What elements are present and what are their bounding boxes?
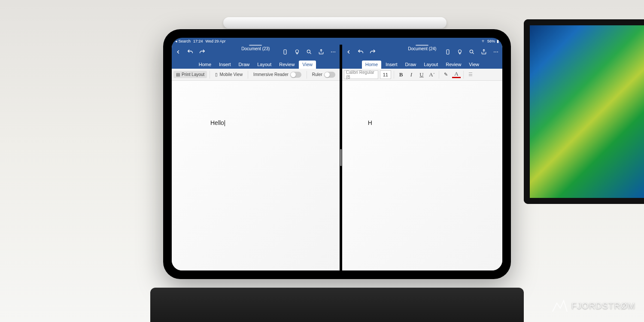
mobile-view-icon[interactable] <box>444 48 452 56</box>
svg-point-5 <box>470 50 473 53</box>
search-icon[interactable] <box>468 48 476 56</box>
ipad-keyboard-case <box>150 288 524 322</box>
wifi-icon: ᯤ <box>482 39 486 43</box>
home-toolbar: Calibri Regular (B 11 B I U A˅ ✎ A ☰ <box>342 69 502 81</box>
highlighter-icon: ✎ <box>444 72 448 77</box>
svg-point-1 <box>307 50 310 53</box>
highlight-button[interactable]: ✎ <box>442 70 450 79</box>
word-app-left: Document (23) ⋯ Home <box>172 45 340 270</box>
share-icon[interactable] <box>317 48 325 56</box>
tab-view[interactable]: View <box>299 61 316 69</box>
undo-button[interactable] <box>357 48 365 56</box>
document-text-left: Hello <box>210 119 225 126</box>
document-canvas-left[interactable]: Hello <box>172 81 340 270</box>
font-size-selector[interactable]: 11 <box>380 70 391 79</box>
font-color-button[interactable]: A <box>452 71 461 78</box>
split-view: Document (23) ⋯ Home <box>172 45 502 270</box>
split-view-divider[interactable] <box>340 45 342 270</box>
italic-button[interactable]: I <box>407 70 416 79</box>
list-icon: ☰ <box>468 72 473 77</box>
back-button[interactable] <box>174 48 182 56</box>
more-icon[interactable]: ⋯ <box>492 48 500 56</box>
tab-draw[interactable]: Draw <box>235 61 253 69</box>
ruler-button[interactable]: Ruler <box>310 70 338 79</box>
svg-line-6 <box>472 52 474 54</box>
tab-home[interactable]: Home <box>362 61 381 69</box>
immersive-toggle[interactable] <box>290 72 301 78</box>
view-toolbar: ▤ Print Layout ▯ Mobile View Immersive R… <box>172 69 340 81</box>
tab-insert[interactable]: Insert <box>382 61 401 69</box>
mobile-view-icon[interactable] <box>281 48 289 56</box>
titlebar-left: Document (23) ⋯ <box>172 45 340 59</box>
ipad-screen: ◂ Search 17:24 Wed 29 Apr ᯤ 56% ▮ Docume… <box>172 38 502 270</box>
immersive-reader-button[interactable]: Immersive Reader <box>251 70 304 79</box>
lightbulb-icon[interactable] <box>456 48 464 56</box>
watermark: FJORDSTRØM <box>551 297 635 314</box>
bold-button[interactable]: B <box>397 70 405 79</box>
svg-rect-4 <box>447 50 449 55</box>
status-time: 17:24 <box>193 39 203 43</box>
ribbon-tabs-right: Home Insert Draw Layout Review View <box>342 59 502 69</box>
bullets-button[interactable]: ☰ <box>466 70 475 79</box>
svg-line-2 <box>310 52 311 54</box>
second-monitor <box>524 19 644 204</box>
document-canvas-right[interactable]: H <box>342 81 502 270</box>
underline-button[interactable]: U <box>417 70 426 79</box>
back-button[interactable] <box>345 48 352 56</box>
font-name-selector[interactable]: Calibri Regular (B <box>344 70 378 79</box>
phone-icon: ▯ <box>215 72 218 77</box>
ruler-label: Ruler <box>312 72 322 77</box>
immersive-reader-label: Immersive Reader <box>253 72 289 77</box>
battery-icon: ▮ <box>497 39 499 43</box>
tab-draw[interactable]: Draw <box>402 61 420 69</box>
font-format-button[interactable]: A˅ <box>428 70 436 79</box>
back-to-app[interactable]: ◂ Search <box>175 39 191 43</box>
ruler-toggle[interactable] <box>324 72 335 78</box>
page-icon: ▤ <box>176 72 180 77</box>
search-icon[interactable] <box>305 48 313 56</box>
status-battery: 56% <box>487 39 495 43</box>
tab-insert[interactable]: Insert <box>216 61 234 69</box>
status-date: Wed 29 Apr <box>206 39 226 43</box>
tab-review[interactable]: Review <box>276 61 298 69</box>
tab-layout[interactable]: Layout <box>420 61 441 69</box>
tab-review[interactable]: Review <box>442 61 465 69</box>
document-text-right: H <box>368 119 372 126</box>
undo-button[interactable] <box>186 48 194 56</box>
multitask-grabber-icon[interactable] <box>416 45 428 46</box>
tab-layout[interactable]: Layout <box>254 61 275 69</box>
mobile-view-label: Mobile View <box>219 72 243 77</box>
multitask-grabber-icon[interactable] <box>249 45 262 46</box>
more-icon[interactable]: ⋯ <box>329 48 337 56</box>
mobile-view-button[interactable]: ▯ Mobile View <box>213 71 245 78</box>
tab-view[interactable]: View <box>465 61 483 69</box>
redo-button[interactable] <box>369 48 377 56</box>
print-layout-button[interactable]: ▤ Print Layout <box>173 71 207 78</box>
redo-button[interactable] <box>198 48 206 56</box>
share-icon[interactable] <box>480 48 488 56</box>
tab-home[interactable]: Home <box>195 61 215 69</box>
word-app-right: Document (24) ⋯ Home <box>342 45 502 270</box>
lightbulb-icon[interactable] <box>293 48 301 56</box>
svg-rect-0 <box>284 50 286 55</box>
ipad-frame: ◂ Search 17:24 Wed 29 Apr ᯤ 56% ▮ Docume… <box>163 29 511 279</box>
ribbon-tabs-left: Home Insert Draw Layout Review View <box>172 59 340 69</box>
ios-status-bar: ◂ Search 17:24 Wed 29 Apr ᯤ 56% ▮ <box>172 38 502 45</box>
apple-pencil <box>223 17 447 28</box>
titlebar-right: Document (24) ⋯ <box>342 45 502 59</box>
print-layout-label: Print Layout <box>182 72 204 77</box>
